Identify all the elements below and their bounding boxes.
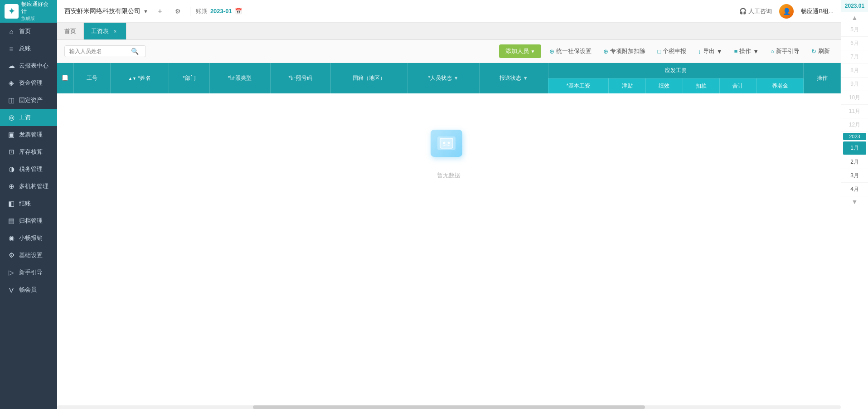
guide-action[interactable]: ○ 新手引导 <box>767 45 803 57</box>
month-item-12[interactable]: 12月 <box>841 118 868 132</box>
add-person-button[interactable]: 添加人员 ▼ <box>499 44 542 58</box>
tabs-bar: 首页 工资表 × <box>57 23 841 40</box>
company-selector[interactable]: 西安虾米网络科技有限公司 ▼ <box>64 7 148 15</box>
operations-action[interactable]: ≡ 操作 ▼ <box>731 45 762 57</box>
th-nationality: 国籍（地区） <box>331 63 407 93</box>
export-arrow: ▼ <box>717 48 723 55</box>
status-filter-icon[interactable]: ▼ <box>454 75 459 81</box>
tab-home[interactable]: 首页 <box>57 23 84 39</box>
add-company-button[interactable]: + <box>154 5 166 18</box>
sidebar-item-cloud-report[interactable]: ☁ 云报表中心 <box>0 57 57 74</box>
sidebar-item-archive[interactable]: ▤ 归档管理 <box>0 212 57 229</box>
close-accounts-icon: ◧ <box>7 200 15 208</box>
content-area: 🔍 添加人员 ▼ ⊕ 统一社保设置 ⊕ 专项附加扣除 □ 个税申报 <box>57 40 841 409</box>
empty-text: 暂无数据 <box>437 171 461 180</box>
sidebar-item-vip[interactable]: V 畅会员 <box>0 281 57 298</box>
scroll-up-button[interactable]: ▲ <box>841 12 868 23</box>
archive-icon: ▤ <box>7 217 15 225</box>
social-insurance-label: 统一社保设置 <box>556 47 592 55</box>
salary-table: 工号 ▲▼ *姓名 *部门 *证照类型 *证照号码 国籍（地区） *人员状态 ▼… <box>57 63 841 216</box>
month-item-6[interactable]: 6月 <box>841 37 868 50</box>
help-button[interactable]: 🎧 人工咨询 <box>739 7 772 15</box>
th-name: ▲▼ *姓名 <box>111 63 169 93</box>
month-item-2023-4[interactable]: 4月 <box>841 183 868 196</box>
th-id-type: *证照类型 <box>209 63 270 93</box>
month-item-8[interactable]: 8月 <box>841 64 868 78</box>
month-item-9[interactable]: 9月 <box>841 78 868 91</box>
period-label: 账期 <box>196 7 208 15</box>
tax-filing-action[interactable]: □ 个税申报 <box>654 45 690 57</box>
sidebar-item-home[interactable]: ⌂ 首页 <box>0 23 57 40</box>
help-label: 人工咨询 <box>748 7 772 15</box>
company-dropdown-arrow: ▼ <box>143 9 148 14</box>
refresh-action[interactable]: ↻ 刷新 <box>808 45 834 57</box>
month-item-2023-1[interactable]: 1月 <box>843 141 866 155</box>
scroll-down-button[interactable]: ▼ <box>841 196 868 207</box>
month-item-11[interactable]: 11月 <box>841 105 868 118</box>
toolbar-actions: 添加人员 ▼ ⊕ 统一社保设置 ⊕ 专项附加扣除 □ 个税申报 ↓ 导出 <box>499 44 834 58</box>
search-input[interactable] <box>69 48 128 54</box>
divider <box>190 7 190 16</box>
special-deduction-label: 专项附加扣除 <box>610 47 645 55</box>
th-performance: 绩效 <box>645 78 683 94</box>
report-filter-icon[interactable]: ▼ <box>523 75 528 81</box>
date-panel: 2023.01 ▲ 5月 6月 7月 8月 9月 10月 11月 12月 202… <box>841 0 868 409</box>
export-icon: ↓ <box>698 48 701 55</box>
sidebar-item-label: 基础设置 <box>19 251 43 259</box>
tax-icon: ◑ <box>7 165 15 173</box>
tab-salary[interactable]: 工资表 × <box>84 23 126 39</box>
sidebar-item-multi-org[interactable]: ⊕ 多机构管理 <box>0 178 57 195</box>
select-all-checkbox[interactable] <box>62 75 68 81</box>
user-name[interactable]: 畅应通B组... <box>801 7 834 15</box>
sort-icon: ▲▼ <box>128 76 136 81</box>
month-item-5[interactable]: 5月 <box>841 23 868 37</box>
th-allowance: 津贴 <box>609 78 646 94</box>
empty-icon <box>431 130 467 166</box>
operations-label: 操作 <box>739 47 751 55</box>
export-action[interactable]: ↓ 导出 ▼ <box>694 45 726 57</box>
sidebar-item-inventory[interactable]: ⊡ 库存核算 <box>0 143 57 161</box>
date-panel-header: 2023.01 <box>841 0 868 12</box>
sidebar-item-invoice[interactable]: ▣ 发票管理 <box>0 126 57 143</box>
vip-icon: V <box>7 286 15 294</box>
settings-icon[interactable]: ⚙ <box>172 5 184 18</box>
th-total: 合计 <box>720 78 757 94</box>
month-item-2023-2[interactable]: 2月 <box>841 156 868 169</box>
home-icon: ⌂ <box>7 28 15 35</box>
add-person-dropdown-arrow: ▼ <box>531 49 535 54</box>
sidebar-item-ledger[interactable]: ≡ 总账 <box>0 40 57 57</box>
th-id-number: *证照号码 <box>270 63 331 93</box>
sidebar-item-fund[interactable]: ◈ 资金管理 <box>0 74 57 92</box>
scrollbar-thumb[interactable] <box>253 405 645 409</box>
month-item-10[interactable]: 10月 <box>841 91 868 105</box>
empty-state: 暂无数据 <box>57 93 841 216</box>
search-icon[interactable]: 🔍 <box>131 48 139 55</box>
main-area: 西安虾米网络科技有限公司 ▼ + ⚙ 账期 2023-01 📅 🎧 人工咨询 👤… <box>57 0 841 409</box>
calendar-icon[interactable]: 📅 <box>235 8 242 15</box>
th-number: 工号 <box>73 63 111 93</box>
sidebar-item-guide[interactable]: ▷ 新手引导 <box>0 264 57 281</box>
add-person-label: 添加人员 <box>505 47 529 55</box>
sidebar-item-close-accounts[interactable]: ◧ 结账 <box>0 195 57 212</box>
sidebar-item-expense[interactable]: ◉ 小畅报销 <box>0 229 57 247</box>
month-item-2023-3[interactable]: 3月 <box>841 169 868 183</box>
sidebar-item-tax[interactable]: ◑ 税务管理 <box>0 161 57 178</box>
tab-close-button[interactable]: × <box>112 28 119 35</box>
horizontal-scrollbar[interactable] <box>57 405 841 409</box>
sidebar-item-label: 库存核算 <box>19 148 43 156</box>
th-status: *人员状态 ▼ <box>407 63 480 93</box>
month-item-7[interactable]: 7月 <box>841 50 868 64</box>
year-2023-badge: 2023 <box>843 133 866 140</box>
app-logo: ✦ 畅应通好会计 旗舰版 <box>0 0 57 23</box>
sidebar-item-fixed-assets[interactable]: ◫ 固定资产 <box>0 92 57 109</box>
guide-icon: ▷ <box>7 268 15 277</box>
select-all-th <box>57 63 73 93</box>
th-action: 操作 <box>804 63 841 93</box>
special-deduction-action[interactable]: ⊕ 专项附加扣除 <box>600 45 649 57</box>
social-insurance-action[interactable]: ⊕ 统一社保设置 <box>546 45 595 57</box>
topbar: 西安虾米网络科技有限公司 ▼ + ⚙ 账期 2023-01 📅 🎧 人工咨询 👤… <box>57 0 841 23</box>
sidebar-item-settings[interactable]: ⚙ 基础设置 <box>0 247 57 264</box>
period-value[interactable]: 2023-01 <box>210 8 232 15</box>
sidebar-item-salary[interactable]: ◎ 工资 <box>0 109 57 126</box>
expense-icon: ◉ <box>7 234 15 242</box>
